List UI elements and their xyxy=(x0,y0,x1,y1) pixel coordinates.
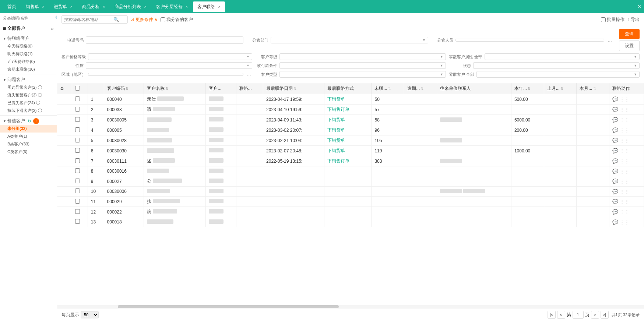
last-method-link-4[interactable]: 下销货单 xyxy=(327,138,345,143)
col-last-method[interactable]: 最后联络方式 xyxy=(324,83,372,94)
sidebar-item-class-b[interactable]: B类客户(33) xyxy=(0,140,57,148)
phone-input[interactable] xyxy=(86,36,243,44)
row-checkbox-9[interactable] xyxy=(75,188,80,193)
sidebar-item-churn-warning[interactable]: 流失预警客户(3) ⓘ xyxy=(0,91,57,99)
action-more-icon-12[interactable]: ⋮⋮ xyxy=(620,219,629,225)
col-settings[interactable]: ⚙ xyxy=(57,83,72,94)
cell-check-10[interactable] xyxy=(72,197,88,207)
close-customer-contact-icon[interactable]: × xyxy=(218,4,220,9)
action-more-icon-9[interactable]: ⋮⋮ xyxy=(620,189,629,194)
action-more-icon-0[interactable]: ⋮⋮ xyxy=(620,96,629,102)
cell-check-0[interactable] xyxy=(72,94,88,105)
sidebar-item-tomorrow[interactable]: 明天待联络(1) xyxy=(0,50,57,58)
tab-customer-contact[interactable]: 客户联络 × xyxy=(193,1,225,12)
col-last-month[interactable]: 上月... xyxy=(544,83,577,94)
action-chat-icon-9[interactable]: 💬 xyxy=(612,189,618,194)
row-checkbox-4[interactable] xyxy=(75,138,80,142)
tab-home[interactable]: 首页 xyxy=(3,1,21,12)
search-box[interactable]: 🔍 xyxy=(61,15,128,24)
action-more-icon-7[interactable]: ⋮⋮ xyxy=(620,169,629,174)
group-value-customers[interactable]: ▼ 价值客户 ↻ ! xyxy=(0,116,57,125)
settings-icon[interactable]: ⚙ xyxy=(60,86,64,91)
row-checkbox-3[interactable] xyxy=(75,127,80,132)
first-page-btn[interactable]: |< xyxy=(548,311,556,319)
last-method-link-6[interactable]: 下销售订单 xyxy=(327,158,349,163)
row-checkbox-8[interactable] xyxy=(75,179,80,183)
row-checkbox-0[interactable] xyxy=(75,96,80,101)
horizontal-scrollbar[interactable] xyxy=(57,305,644,308)
query-button[interactable]: 查询 xyxy=(619,29,640,39)
sidebar-search-input[interactable] xyxy=(3,16,54,20)
col-person[interactable]: 往来单位联系人 xyxy=(437,83,511,94)
last-method-link-3[interactable]: 下销货单 xyxy=(327,127,345,133)
batch-op-btn[interactable]: 批量操作 xyxy=(601,17,624,23)
dept-select[interactable]: ▼ xyxy=(271,37,428,43)
customer-level-select[interactable]: ▼ xyxy=(279,53,446,60)
group-problem-customers[interactable]: ▼ 问题客户 xyxy=(0,75,57,84)
cell-check-5[interactable] xyxy=(72,146,88,156)
status-select[interactable]: ▼ xyxy=(473,62,640,69)
action-more-icon-2[interactable]: ⋮⋮ xyxy=(620,117,629,123)
action-chat-icon-2[interactable]: 💬 xyxy=(612,117,618,123)
cell-check-3[interactable] xyxy=(72,125,88,135)
action-more-icon-3[interactable]: ⋮⋮ xyxy=(620,127,629,133)
col-checkbox[interactable] xyxy=(72,83,88,94)
close-all-icon[interactable]: × xyxy=(638,3,641,10)
action-chat-icon-4[interactable]: 💬 xyxy=(612,138,618,143)
sidebar-item-class-c[interactable]: C类客户(6) xyxy=(0,148,57,156)
row-checkbox-12[interactable] xyxy=(75,219,80,224)
search-input[interactable] xyxy=(64,17,112,22)
col-contact[interactable]: 联络... xyxy=(236,83,263,94)
action-more-icon-6[interactable]: ⋮⋮ xyxy=(620,158,629,164)
action-more-icon-8[interactable]: ⋮⋮ xyxy=(620,179,629,184)
action-chat-icon-6[interactable]: 💬 xyxy=(612,158,618,164)
cell-check-12[interactable] xyxy=(72,217,88,227)
close-product-analysis-icon[interactable]: × xyxy=(103,4,105,9)
col-overdue[interactable]: 逾期... xyxy=(404,83,437,94)
col-type[interactable]: 客户... xyxy=(206,83,236,94)
last-method-link-1[interactable]: 下销售订单 xyxy=(327,107,349,112)
refresh-icon[interactable]: ↻ xyxy=(28,119,31,124)
all-customers-header[interactable]: ⊞ 全部客户 « xyxy=(0,23,57,34)
col-last-date[interactable]: 最后联络日期 xyxy=(263,83,324,94)
person-select[interactable] xyxy=(455,39,604,42)
my-customers-check[interactable] xyxy=(161,17,165,22)
action-chat-icon-0[interactable]: 💬 xyxy=(612,96,618,102)
sidebar-item-class-a[interactable]: A类客户(1) xyxy=(0,133,57,140)
cell-check-9[interactable] xyxy=(72,187,88,197)
col-year[interactable]: 本年... xyxy=(511,83,544,94)
price-level-select[interactable]: ▼ xyxy=(88,53,252,60)
col-this-month[interactable]: 本月... xyxy=(577,83,609,94)
tab-sales[interactable]: 销售单 × xyxy=(21,1,49,12)
cell-check-7[interactable] xyxy=(72,166,88,176)
row-checkbox-2[interactable] xyxy=(75,117,80,122)
row-checkbox-7[interactable] xyxy=(75,168,80,173)
cell-check-6[interactable] xyxy=(72,156,88,166)
row-checkbox-6[interactable] xyxy=(75,158,80,163)
tab-customer-tier[interactable]: 客户分层经营 × xyxy=(152,1,192,12)
person-dots[interactable]: ... xyxy=(606,37,613,43)
action-more-icon-11[interactable]: ⋮⋮ xyxy=(620,209,629,215)
export-btn[interactable]: ↑ 导出 xyxy=(627,17,640,23)
cell-check-4[interactable] xyxy=(72,135,88,146)
col-code[interactable]: 客户编码 xyxy=(104,83,144,94)
more-conditions-btn[interactable]: ⊿ 更多条件 ∧ xyxy=(131,17,158,23)
sidebar-item-today[interactable]: 今天待联络(0) xyxy=(0,42,57,50)
action-chat-icon-11[interactable]: 💬 xyxy=(612,209,618,215)
action-more-icon-1[interactable]: ⋮⋮ xyxy=(620,107,629,112)
select-all-checkbox[interactable] xyxy=(75,86,80,91)
region-dots[interactable]: ... xyxy=(246,71,252,77)
action-chat-icon-10[interactable]: 💬 xyxy=(612,199,618,204)
row-checkbox-5[interactable] xyxy=(75,148,80,153)
sidebar-item-declining[interactable]: 持续下滑客户(2) ⓘ xyxy=(0,107,57,114)
page-size-select[interactable]: 50 100 200 xyxy=(81,311,99,318)
close-sales-icon[interactable]: × xyxy=(42,4,44,9)
last-method-link-0[interactable]: 下销货单 xyxy=(327,96,345,102)
tab-product-analysis[interactable]: 商品分析 × xyxy=(78,1,109,12)
sidebar-item-lost[interactable]: 已流失客户(24) ⓘ xyxy=(0,99,57,107)
next-page-btn[interactable]: > xyxy=(591,311,599,319)
action-chat-icon-3[interactable]: 💬 xyxy=(612,127,618,133)
row-checkbox-11[interactable] xyxy=(75,209,80,214)
sidebar-item-7days[interactable]: 近7天待联络(0) xyxy=(0,58,57,66)
cell-check-2[interactable] xyxy=(72,115,88,125)
